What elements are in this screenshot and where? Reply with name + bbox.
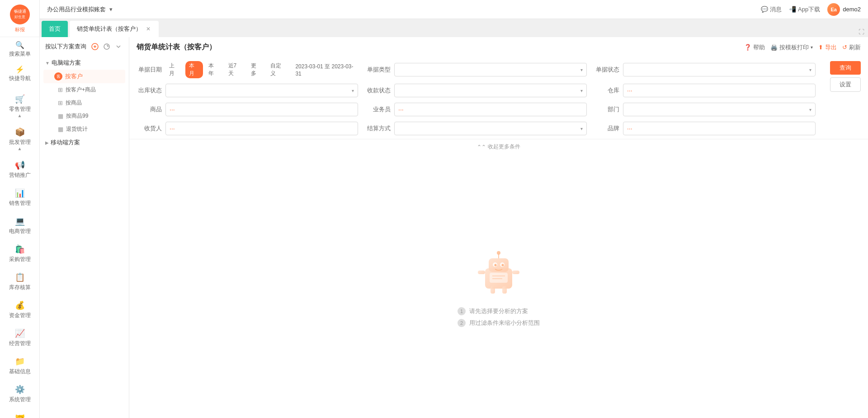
- tip-num-2: 2: [458, 319, 466, 327]
- warehouse-label: 仓库: [594, 86, 619, 95]
- empty-state: 1 请先选择要分析的方案 2 用过滤条件来缩小分析范围: [129, 154, 868, 418]
- filter-field-salesperson: 业务员 ···: [365, 103, 587, 116]
- export-icon: ⬆: [818, 44, 823, 51]
- out-status-label: 出库状态: [137, 86, 162, 95]
- sidebar-item-system[interactable]: ⚙️ 系统管理: [0, 380, 39, 408]
- scheme-refresh-button[interactable]: [102, 42, 112, 52]
- settings-button[interactable]: 设置: [830, 77, 861, 92]
- scheme-item-by-goods-99[interactable]: ▦ 按商品99: [43, 109, 125, 123]
- doc-status-label: 单据状态: [594, 66, 619, 74]
- scheme-group-mobile: ▶ 移动端方案: [40, 136, 129, 149]
- svg-text:好生意: 好生意: [14, 15, 25, 19]
- header-title: 办公用品行业模拟账套: [47, 5, 106, 14]
- tab-close-icon[interactable]: ✕: [145, 25, 151, 33]
- payment-method-select[interactable]: ▾: [394, 122, 587, 135]
- sidebar-search[interactable]: 🔍 搜索菜单: [0, 37, 39, 62]
- scheme-add-button[interactable]: [90, 42, 100, 52]
- filter-row-4: 收货人 ··· 结算方式 ▾: [129, 122, 823, 135]
- scheme-item-by-customer[interactable]: 客 按客户: [43, 70, 125, 83]
- page-title: 销货单统计表（按客户）: [137, 43, 216, 52]
- warehouse-input[interactable]: ···: [623, 84, 816, 97]
- collapse-bar[interactable]: ⌃⌃ 收起更多条件: [129, 139, 868, 154]
- sidebar: 畅捷通 好生意 标报 🔍 搜索菜单 ⚡ 快捷导航 🛒 零售管理 ▲ 📦 批发管理…: [0, 0, 40, 418]
- date-tab-this-year[interactable]: 本年: [205, 61, 223, 78]
- brand-dots: ···: [627, 125, 632, 132]
- filter-field-brand: 品牌 ···: [594, 122, 816, 135]
- date-label: 单据日期: [137, 66, 162, 74]
- sidebar-item-wholesale[interactable]: 📦 批发管理 ▲: [0, 123, 39, 156]
- empty-tip-1: 1 请先选择要分析的方案: [458, 307, 540, 315]
- date-tab-last-7[interactable]: 近7天: [225, 61, 245, 78]
- header-left: 办公用品行业模拟账套 ▾: [47, 5, 113, 14]
- sidebar-item-finance[interactable]: 💰 资金管理: [0, 296, 39, 324]
- filter-field-collection-status: 收款状态 ▾: [365, 84, 587, 97]
- sidebar-item-retail[interactable]: 🛒 零售管理 ▲: [0, 90, 39, 123]
- sidebar-item-base[interactable]: 📁 基础信息: [0, 352, 39, 380]
- brand-input[interactable]: ···: [623, 122, 816, 135]
- filter-header: 销货单统计表（按客户） ❓ 帮助 🖨️ 按模板打印 ▾ ⬆ 导出: [129, 37, 868, 56]
- refresh-button[interactable]: ↺ 刷新: [842, 43, 861, 52]
- maximize-icon[interactable]: ⛶: [859, 28, 864, 35]
- scheme-collapse-button[interactable]: [113, 42, 123, 52]
- finance-icon: 💰: [15, 300, 25, 310]
- wholesale-arrow-icon: ▲: [18, 146, 22, 151]
- export-button[interactable]: ⬆ 导出: [818, 43, 837, 52]
- doc-status-select[interactable]: ▾: [623, 63, 816, 76]
- app-download-button[interactable]: 📲 App下载: [789, 5, 820, 14]
- help-button[interactable]: ❓ 帮助: [744, 43, 765, 52]
- department-select[interactable]: ▾: [623, 103, 816, 116]
- avatar: Ea: [827, 3, 840, 16]
- filter-field-doc-type: 单据类型 ▾: [365, 63, 587, 76]
- top-header: 办公用品行业模拟账套 ▾ 💬 消息 📲 App下载 Ea demo2: [40, 0, 868, 19]
- doc-status-arrow-icon: ▾: [809, 67, 811, 72]
- sidebar-item-marketing[interactable]: 📢 营销推广: [0, 156, 39, 184]
- sidebar-quick-nav[interactable]: ⚡ 快捷导航: [0, 62, 39, 86]
- empty-tips: 1 请先选择要分析的方案 2 用过滤条件来缩小分析范围: [458, 307, 540, 327]
- sales-icon: 📊: [15, 188, 25, 198]
- filter-field-doc-status: 单据状态 ▾: [594, 63, 816, 76]
- svg-point-11: [495, 264, 497, 266]
- inventory-icon: 📋: [15, 272, 25, 282]
- user-profile[interactable]: Ea demo2: [827, 3, 861, 16]
- template-print-button[interactable]: 🖨️ 按模板打印 ▾: [770, 43, 813, 52]
- sidebar-item-sales[interactable]: 📊 销售管理: [0, 184, 39, 212]
- svg-rect-17: [491, 286, 495, 294]
- goods-input[interactable]: ···: [165, 103, 358, 116]
- out-status-select[interactable]: ▾: [165, 84, 358, 97]
- date-tab-more[interactable]: 更多: [247, 61, 265, 78]
- message-button[interactable]: 💬 消息: [761, 5, 782, 14]
- scheme-group-expand-icon: ▼: [45, 61, 50, 66]
- tab-bar-right: ⛶: [159, 28, 868, 37]
- filter-buttons: 查询 设置: [823, 56, 868, 92]
- header-dropdown-icon[interactable]: ▾: [109, 6, 113, 13]
- doc-type-label: 单据类型: [365, 66, 391, 74]
- scheme-item-by-goods[interactable]: ⊞ 按商品: [43, 96, 125, 109]
- scheme-item-by-customer-goods[interactable]: ⊞ 按客户+商品: [43, 83, 125, 96]
- sidebar-item-operations[interactable]: 📈 经营管理: [0, 324, 39, 352]
- date-tab-last-month[interactable]: 上月: [165, 61, 184, 78]
- date-tab-this-month[interactable]: 本月: [185, 61, 203, 78]
- tab-sales-stat[interactable]: 销货单统计表（按客户） ✕: [70, 21, 159, 37]
- tab-home[interactable]: 首页: [42, 21, 68, 37]
- retail-icon: 🛒: [15, 94, 25, 104]
- sidebar-item-ecommerce[interactable]: 💻 电商管理: [0, 212, 39, 240]
- payment-method-arrow-icon: ▾: [580, 126, 583, 131]
- collection-status-select[interactable]: ▾: [394, 84, 587, 97]
- filter-field-recipient: 收货人 ···: [137, 122, 358, 135]
- sidebar-item-enterprise[interactable]: 🤝 企业协同: [0, 408, 39, 418]
- refresh-icon: ↺: [842, 44, 847, 51]
- scheme-item-return-stat[interactable]: ▦ 退货统计: [43, 123, 125, 136]
- sidebar-item-inventory[interactable]: 📋 库存核算: [0, 268, 39, 296]
- date-tab-custom[interactable]: 自定义: [267, 61, 290, 78]
- scheme-group-mobile-label: 移动端方案: [51, 138, 80, 147]
- scheme-group-desktop-header[interactable]: ▼ 电脑端方案: [43, 56, 125, 70]
- svg-rect-19: [490, 273, 508, 283]
- query-button[interactable]: 查询: [830, 61, 861, 75]
- filter-actions: ❓ 帮助 🖨️ 按模板打印 ▾ ⬆ 导出 ↺ 刷新: [744, 43, 861, 52]
- recipient-input[interactable]: ···: [165, 122, 358, 135]
- sidebar-item-purchase[interactable]: 🛍️ 采购管理: [0, 240, 39, 268]
- salesperson-input[interactable]: ···: [394, 103, 587, 116]
- scheme-group-mobile-header[interactable]: ▶ 移动端方案: [43, 136, 125, 149]
- doc-type-select[interactable]: ▾: [394, 63, 587, 76]
- purchase-icon: 🛍️: [15, 244, 25, 254]
